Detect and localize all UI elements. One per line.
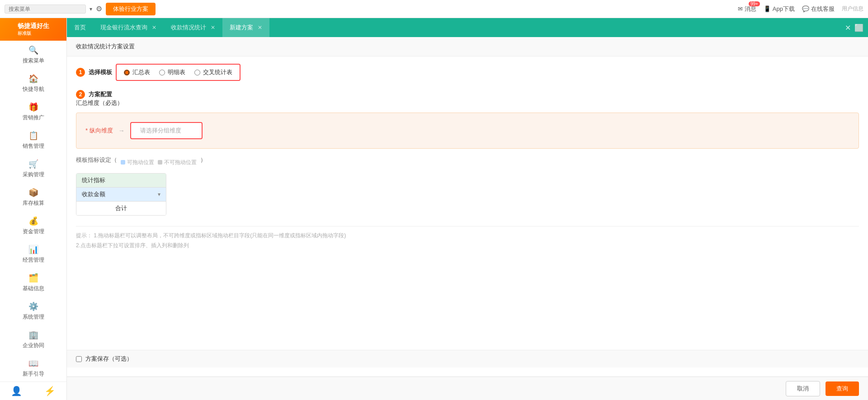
app-download-button[interactable]: 📱 App下载 xyxy=(764,5,795,13)
top-header: ▾ ⚙ 体验行业方案 ✉ 99+ 消息 📱 App下载 💬 在线客服 用户信息 xyxy=(0,0,868,18)
gear-icon[interactable]: ⚙ xyxy=(96,5,102,13)
sidebar-item-label: 新手引导 xyxy=(23,370,44,378)
radio-detail-input[interactable] xyxy=(159,70,165,75)
main-content: 首页 现金银行流水查询 ✕ 收款情况统计 ✕ 新建方案 ✕ ✕ ⬜ xyxy=(67,18,868,400)
operations-icon: 📊 xyxy=(28,245,38,254)
tab-home[interactable]: 首页 xyxy=(67,18,93,37)
step1-header: 1 选择模板 汇总表 明细表 xyxy=(76,64,859,81)
draggable-label: 可拖动位置 xyxy=(127,159,154,166)
sidebar-item-system[interactable]: ⚙️ 系统管理 xyxy=(0,297,66,325)
radio-cross-label: 交叉统计表 xyxy=(203,68,232,76)
tab-bank-flow[interactable]: 现金银行流水查询 ✕ xyxy=(93,18,164,37)
service-icon: 💬 xyxy=(802,5,809,12)
save-checkbox[interactable] xyxy=(76,356,82,362)
tab-bank-flow-label: 现金银行流水查询 xyxy=(100,24,147,32)
sidebar-item-inventory[interactable]: 📦 库存核算 xyxy=(0,183,66,212)
finance-icon: 💰 xyxy=(28,216,38,226)
radio-cross-input[interactable] xyxy=(194,70,200,75)
metrics-total: 合计 xyxy=(76,202,166,215)
metrics-header-row: 模板指标设定（ 可拖动位置 不可拖动位置 ） xyxy=(76,156,859,169)
sidebar-item-label: 搜索菜单 xyxy=(23,57,44,65)
online-service-button[interactable]: 💬 在线客服 xyxy=(802,5,835,13)
content-area: 收款情况统计方案设置 1 选择模板 汇总表 xyxy=(67,37,868,376)
save-option-bar: 方案保存（可选） xyxy=(67,350,868,367)
dimension-row: * 纵向维度 → 请选择分组维度 xyxy=(85,122,849,139)
sidebar-item-label: 经营管理 xyxy=(23,256,44,264)
sales-icon: 📋 xyxy=(28,131,38,141)
metrics-close-paren: ） xyxy=(200,156,206,164)
radio-detail-label: 明细表 xyxy=(168,68,185,76)
cancel-button[interactable]: 取消 xyxy=(786,381,820,396)
sidebar-item-operations[interactable]: 📊 经营管理 xyxy=(0,240,66,268)
basicinfo-icon: 🗂️ xyxy=(28,273,38,283)
hint-section: 提示： 1.拖动标题栏可以调整布局，不可跨维度或指标区域拖动栏目字段(只能在同一… xyxy=(76,226,859,255)
dimension-section-label: 汇总维度（必选） xyxy=(76,99,859,107)
trial-button[interactable]: 体验行业方案 xyxy=(106,3,156,15)
radio-summary[interactable]: 汇总表 xyxy=(124,68,150,76)
tab-receipts-stats-close[interactable]: ✕ xyxy=(211,24,215,31)
metrics-row[interactable]: 收款金额 ▾ xyxy=(76,188,166,202)
message-button[interactable]: ✉ 99+ 消息 xyxy=(738,5,756,13)
cooperation-icon: 🏢 xyxy=(28,330,38,340)
tab-new-plan[interactable]: 新建方案 ✕ xyxy=(222,18,269,37)
sidebar-item-basic-info[interactable]: 🗂️ 基础信息 xyxy=(0,268,66,297)
vertical-dimension-label: * 纵向维度 xyxy=(85,127,113,135)
online-service-label: 在线客服 xyxy=(811,5,835,13)
tab-receipts-stats-label: 收款情况统计 xyxy=(171,24,206,32)
metrics-table-header: 统计指标 xyxy=(76,174,166,188)
hint-text-1: 提示： 1.拖动标题栏可以调整布局，不可跨维度或指标区域拖动栏目字段(只能在同一… xyxy=(76,231,859,241)
message-badge: 99+ xyxy=(749,1,760,6)
sidebar: 畅捷通好生 标准版 🔍 搜索菜单 🏠 快捷导航 🎁 营销推广 📋 销售管理 xyxy=(0,18,67,400)
draggable-badge: 可拖动位置 xyxy=(121,159,154,166)
tab-actions: ✕ ⬜ xyxy=(845,18,868,37)
step2-section: 2 方案配置 汇总维度（必选） * 纵向维度 → 请选择分组维度 xyxy=(76,90,859,255)
radio-detail[interactable]: 明细表 xyxy=(159,68,185,76)
sidebar-item-label: 销售管理 xyxy=(23,142,44,150)
tab-new-plan-close[interactable]: ✕ xyxy=(258,24,262,31)
system-icon: ⚙️ xyxy=(28,301,38,311)
sidebar-item-home[interactable]: 🏠 快捷导航 xyxy=(0,69,66,98)
query-button[interactable]: 查询 xyxy=(826,381,859,396)
sidebar-item-search[interactable]: 🔍 搜索菜单 xyxy=(0,41,66,69)
sidebar-item-finance[interactable]: 💰 资金管理 xyxy=(0,212,66,240)
sidebar-item-guide[interactable]: 📖 新手引导 xyxy=(0,354,66,381)
fixed-dot xyxy=(158,160,162,165)
sidebar-bottom-icon2[interactable]: ⚡ xyxy=(44,386,56,396)
sidebar-menu: 🔍 搜索菜单 🏠 快捷导航 🎁 营销推广 📋 销售管理 🛒 采购管理 📦 xyxy=(0,41,66,381)
step1-title: 选择模板 xyxy=(89,68,112,76)
sidebar-item-cooperation[interactable]: 🏢 企业协同 xyxy=(0,325,66,354)
step2-title: 方案配置 xyxy=(89,90,112,99)
sidebar-item-label: 采购管理 xyxy=(23,171,44,179)
metrics-section: 模板指标设定（ 可拖动位置 不可拖动位置 ） xyxy=(76,156,859,217)
step1-section: 1 选择模板 汇总表 明细表 xyxy=(76,64,859,81)
page-body: 收款情况统计方案设置 1 选择模板 汇总表 xyxy=(67,37,868,376)
user-info: 用户信息 xyxy=(842,5,863,13)
message-icon: ✉ xyxy=(738,5,743,12)
tab-receipts-stats[interactable]: 收款情况统计 ✕ xyxy=(164,18,222,37)
tab-bar: 首页 现金银行流水查询 ✕ 收款情况统计 ✕ 新建方案 ✕ ✕ ⬜ xyxy=(67,18,868,37)
save-label: 方案保存（可选） xyxy=(85,355,132,363)
sidebar-item-label: 快捷导航 xyxy=(23,85,44,93)
tab-maximize-button[interactable]: ⬜ xyxy=(854,24,863,32)
tab-bank-flow-close[interactable]: ✕ xyxy=(152,24,156,31)
radio-summary-input[interactable] xyxy=(124,70,130,75)
fixed-label: 不可拖动位置 xyxy=(164,159,197,166)
app-icon: 📱 xyxy=(764,5,771,12)
edition-label: 标准版 xyxy=(18,30,49,37)
home-icon: 🏠 xyxy=(28,74,38,84)
tab-minimize-button[interactable]: ✕ xyxy=(845,24,851,32)
app-download-label: App下载 xyxy=(773,5,795,13)
search-menu-input[interactable] xyxy=(5,5,86,14)
metrics-table: 统计指标 收款金额 ▾ 合计 xyxy=(76,173,166,216)
metrics-section-label: 模板指标设定（ xyxy=(76,156,117,164)
radio-cross[interactable]: 交叉统计表 xyxy=(194,68,232,76)
sidebar-item-purchase[interactable]: 🛒 采购管理 xyxy=(0,155,66,183)
sidebar-item-sales[interactable]: 📋 销售管理 xyxy=(0,126,66,155)
dimension-select[interactable]: 请选择分组维度 xyxy=(130,122,203,139)
sidebar-item-label: 企业协同 xyxy=(23,342,44,349)
bottom-bar: 取消 查询 xyxy=(67,376,868,400)
tab-home-label: 首页 xyxy=(74,24,86,32)
sidebar-item-marketing[interactable]: 🎁 营销推广 xyxy=(0,98,66,126)
chevron-down-icon[interactable]: ▾ xyxy=(90,6,92,12)
sidebar-bottom-icon1[interactable]: 👤 xyxy=(11,386,22,396)
